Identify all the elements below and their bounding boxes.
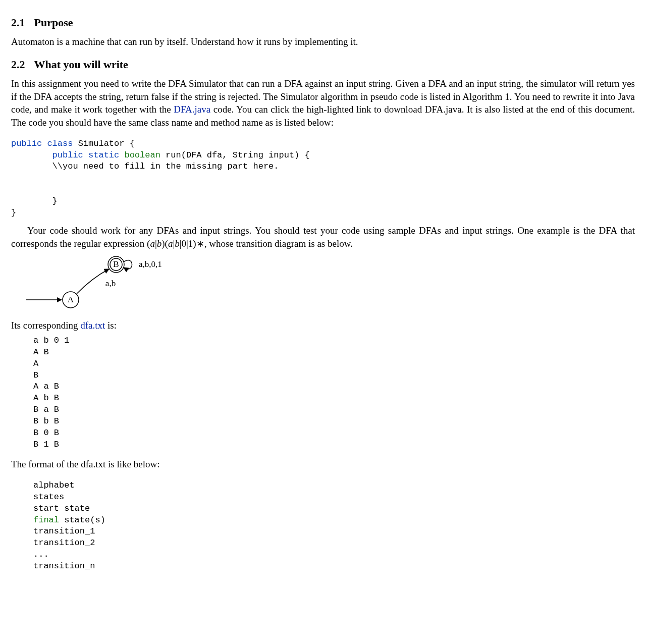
kw-public: public	[11, 139, 42, 148]
dfa-txt-intro: Its corresponding dfa.txt is:	[11, 319, 635, 332]
kw-boolean: boolean	[119, 150, 160, 160]
kw-class: class	[42, 139, 73, 148]
after-code-paragraph: Your code should work for any DFAs and i…	[11, 224, 635, 250]
dfa-txt-intro-b: is:	[105, 320, 117, 331]
dfa-txt-intro-a: Its corresponding	[11, 320, 80, 331]
dfa-diagram: A B a,b a,b,0,1	[11, 252, 635, 316]
purpose-paragraph: Automaton is a machine that can run by i…	[11, 35, 635, 48]
format-intro: The format of the dfa.txt is like below:	[11, 458, 635, 471]
code-line-3: \\you need to fill in the missing part h…	[11, 162, 279, 171]
loop-b-label: a,b,0,1	[139, 259, 162, 269]
section-2-2-title: What you will write	[34, 58, 128, 71]
format-l6: transition_2	[33, 538, 95, 548]
code-line-7: }	[11, 208, 16, 218]
format-l3: start state	[33, 504, 90, 513]
simulator-code-block: public class Simulator { public static b…	[11, 138, 635, 220]
state-a-label: A	[68, 295, 74, 304]
dfa-java-link[interactable]: DFA.java	[174, 104, 210, 115]
format-l1: alphabet	[33, 480, 75, 490]
section-2-1-number: 2.1	[11, 16, 25, 29]
regex-expression: (a|b)(a|b|0|1)∗	[147, 238, 204, 249]
code-line-2d: run(DFA dfa, String input) {	[160, 150, 310, 160]
code-line-6: }	[11, 196, 58, 206]
dfa-format-block: alphabet states start state final state(…	[33, 480, 635, 573]
dfa-txt-contents: a b 0 1 A B A B A a B A b B B a B B b B …	[33, 335, 635, 451]
section-2-2-heading: 2.2What you will write	[11, 57, 635, 72]
edge-ab-label: a,b	[105, 279, 116, 288]
dfa-txt-link[interactable]: dfa.txt	[80, 320, 105, 331]
state-b-label: B	[113, 259, 119, 269]
after-code-b: , whose transition diagram is as below.	[204, 238, 353, 249]
kw-public-2: public	[11, 150, 83, 160]
section-2-1-heading: 2.1Purpose	[11, 15, 635, 30]
format-final-kw: final	[33, 515, 59, 525]
section-2-1-title: Purpose	[34, 16, 73, 29]
kw-static: static	[83, 150, 119, 160]
section-2-2-number: 2.2	[11, 58, 25, 71]
format-l4b: state(s)	[59, 515, 105, 525]
code-line-1c: Simulator {	[73, 139, 134, 148]
format-l8: transition_n	[33, 561, 95, 571]
format-l5: transition_1	[33, 526, 95, 536]
format-l7: ...	[33, 550, 49, 559]
assignment-paragraph: In this assignment you need to write the…	[11, 77, 635, 129]
format-l2: states	[33, 492, 64, 502]
